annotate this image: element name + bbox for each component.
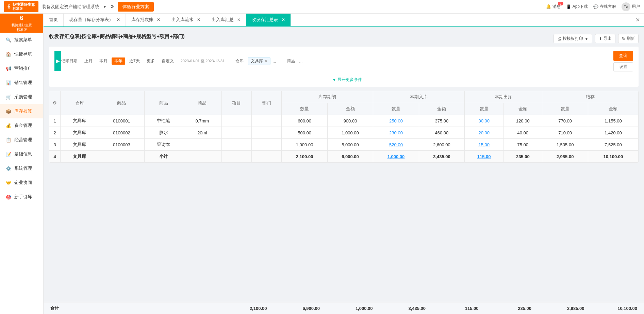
row4-no: 4 xyxy=(49,151,61,163)
out-qty-link-2[interactable]: 20.00 xyxy=(478,130,490,135)
out-qty-link-4[interactable]: 115.00 xyxy=(477,154,491,159)
date-btn-this-year[interactable]: 本年 xyxy=(112,57,125,65)
total-label: 合计 xyxy=(47,305,108,311)
download-icon: 📱 xyxy=(566,4,571,9)
th-in-qty: 数量 xyxy=(373,103,419,115)
export-btn[interactable]: ⬆ 导出 xyxy=(595,34,615,43)
settings-btn[interactable]: ⚙ xyxy=(110,4,114,9)
date-btn-custom[interactable]: 自定义 xyxy=(159,57,177,65)
row2-name: 胶水 xyxy=(145,127,183,139)
warehouse-more-btn[interactable]: ... xyxy=(273,59,276,64)
sidebar-item-operations[interactable]: 📋 经营管理 xyxy=(0,133,43,147)
th-out-qty: 数量 xyxy=(465,103,503,115)
app-download[interactable]: 📱 App下载 xyxy=(566,4,588,10)
sidebar-item-finance[interactable]: 💰 资金管理 xyxy=(0,118,43,133)
data-table: ⚙ 仓库 商品 商品 商品 项目 部门 库存期初 本期入库 本期出库 结存 xyxy=(49,91,639,163)
row2-dept xyxy=(252,127,282,139)
row4-out-qty[interactable]: 115.00 xyxy=(465,151,503,163)
sidebar-item-inventory[interactable]: 📦 库存核算 xyxy=(0,104,43,118)
operations-icon: 📋 xyxy=(5,137,12,143)
chevron-down-expand-icon: ▼ xyxy=(332,78,336,82)
date-btn-more[interactable]: 更多 xyxy=(144,57,158,65)
sidebar-item-marketing[interactable]: 📢 营销推广 xyxy=(0,61,43,76)
system-dropdown[interactable]: ▼ xyxy=(103,4,107,9)
in-qty-link-3[interactable]: 520.00 xyxy=(389,142,403,147)
notifications[interactable]: 🔔 6 消息 xyxy=(546,4,560,10)
expand-btn[interactable]: ▼ 展开更多条件 xyxy=(332,77,362,83)
row4-out-amt: 235.00 xyxy=(503,151,542,163)
sidebar-item-quicknav[interactable]: 🏠 快捷导航 xyxy=(0,47,43,61)
in-qty-link-2[interactable]: 230.00 xyxy=(389,130,403,135)
row3-dept xyxy=(252,139,282,151)
warehouse-tag-close[interactable]: ✕ xyxy=(264,59,267,63)
sidebar-item-system[interactable]: ⚙️ 系统管理 xyxy=(0,161,43,176)
tab-inout-summary[interactable]: 出入库汇总 ✕ xyxy=(206,14,246,26)
sidebar-item-sales[interactable]: 📊 销售管理 xyxy=(0,76,43,90)
row1-no: 1 xyxy=(49,115,61,127)
close-tab-receipt-summary[interactable]: ✕ xyxy=(282,17,285,22)
collab-icon: 🤝 xyxy=(5,180,12,185)
row1-out-qty[interactable]: 80.00 xyxy=(465,115,503,127)
row1-closing-qty: 770.00 xyxy=(542,115,588,127)
query-btn[interactable]: 查询 xyxy=(613,51,633,61)
sidebar-item-basic-info[interactable]: 📝 基础信息 xyxy=(0,147,43,161)
row3-name: 采访本 xyxy=(145,139,183,151)
close-tab-inout-flow[interactable]: ✕ xyxy=(197,17,200,22)
tab-home[interactable]: 首页 xyxy=(44,14,64,26)
user-area[interactable]: Ea 用户 xyxy=(622,2,640,11)
date-buttons: 上月 本月 本年 近7天 更多 自定义 xyxy=(82,57,177,65)
goods-more-btn[interactable]: ... xyxy=(299,59,302,64)
filter-toggle-arrow[interactable]: ▶ xyxy=(54,51,61,71)
close-tab-batch[interactable]: ✕ xyxy=(157,17,160,22)
row1-project xyxy=(221,115,251,127)
total-out-amt: 235.00 xyxy=(479,306,532,311)
print-btn[interactable]: 🖨 按模板打印 ▼ xyxy=(554,34,592,43)
filter-card: ▶ 记账日期 上月 本月 本年 近7天 更多 自定义 xyxy=(49,47,639,87)
out-qty-link-3[interactable]: 15.00 xyxy=(478,142,490,147)
experience-btn[interactable]: 体验行业方案 xyxy=(118,2,154,12)
row3-opening-qty: 1,000.00 xyxy=(282,139,327,151)
row2-in-qty[interactable]: 230.00 xyxy=(373,127,419,139)
tab-inout-flow[interactable]: 出入库流水 ✕ xyxy=(166,14,206,26)
row3-closing-amt: 7,525.00 xyxy=(588,139,638,151)
table-row-subtotal: 4 文具库 小计 2,100.00 6,900.00 1,000.00 xyxy=(49,151,639,163)
tab-bar-close-all[interactable]: ✕ xyxy=(631,17,644,23)
row1-closing-amt: 1,155.00 xyxy=(588,115,638,127)
th-out-amt: 金额 xyxy=(503,103,542,115)
th-code: 商品 xyxy=(99,91,144,115)
table-row: 3 文具库 0100003 采访本 1,000.00 5,000.00 520.… xyxy=(49,139,639,151)
date-btn-this-month[interactable]: 本月 xyxy=(97,57,110,65)
sidebar-item-purchase[interactable]: 🛒 采购管理 xyxy=(0,90,43,104)
th-settings[interactable]: ⚙ xyxy=(49,91,61,115)
filter-expand: ▼ 展开更多条件 xyxy=(61,77,633,83)
th-project: 项目 xyxy=(221,91,251,115)
out-qty-link[interactable]: 80.00 xyxy=(478,118,490,123)
date-btn-last-month[interactable]: 上月 xyxy=(82,57,95,65)
in-qty-link-4[interactable]: 1,000.00 xyxy=(387,154,405,159)
sidebar-item-search[interactable]: 🔍 搜索菜单 xyxy=(0,33,43,47)
in-qty-link[interactable]: 250.00 xyxy=(389,118,403,123)
row3-opening-amt: 5,000.00 xyxy=(327,139,373,151)
row3-out-qty[interactable]: 15.00 xyxy=(465,139,503,151)
close-tab-stock-dist[interactable]: ✕ xyxy=(117,17,120,22)
online-service[interactable]: 💬 在线客服 xyxy=(593,4,616,10)
row3-in-qty[interactable]: 520.00 xyxy=(373,139,419,151)
filter-settings-btn[interactable]: 设置 xyxy=(613,62,633,71)
user-label: 用户 xyxy=(632,4,640,10)
row3-out-amt: 75.00 xyxy=(503,139,542,151)
row4-opening-qty: 2,100.00 xyxy=(282,151,327,163)
th-closing-qty: 数量 xyxy=(542,103,588,115)
tab-stock-dist[interactable]: 现存量（库存分布表） ✕ xyxy=(64,14,126,26)
date-btn-7days[interactable]: 近7天 xyxy=(127,57,143,65)
system-icon: ⚙️ xyxy=(5,166,12,171)
tab-batch[interactable]: 库存批次账 ✕ xyxy=(126,14,166,26)
tab-receipt-summary[interactable]: 收发存汇总表 ✕ xyxy=(246,14,291,26)
close-tab-inout-summary[interactable]: ✕ xyxy=(237,17,241,22)
row2-out-qty[interactable]: 20.00 xyxy=(465,127,503,139)
sidebar-item-guide[interactable]: 🎯 新手引导 xyxy=(0,190,43,204)
table-card: ⚙ 仓库 商品 商品 商品 项目 部门 库存期初 本期入库 本期出库 结存 xyxy=(49,91,639,163)
row1-in-qty[interactable]: 250.00 xyxy=(373,115,419,127)
row4-in-qty[interactable]: 1,000.00 xyxy=(373,151,419,163)
sidebar-item-collab[interactable]: 🤝 企业协同 xyxy=(0,176,43,190)
refresh-btn[interactable]: ↻ 刷新 xyxy=(618,34,639,43)
